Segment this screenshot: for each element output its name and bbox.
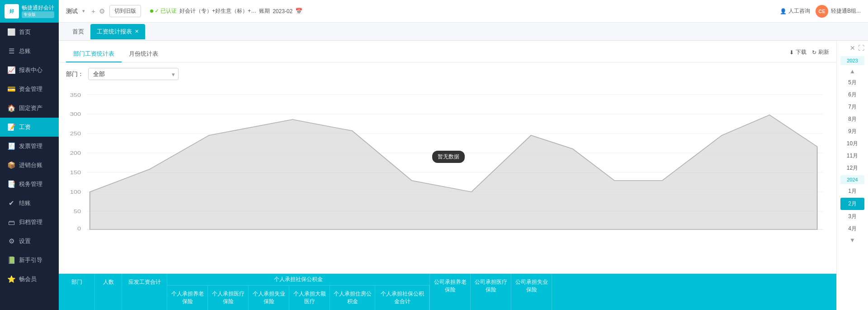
home-icon: ⬜ <box>7 28 15 36</box>
svg-text:300: 300 <box>70 111 81 117</box>
th-count: 人数 <box>95 274 122 310</box>
sidebar-item-label-guide: 新手引导 <box>19 256 42 264</box>
sidebar-item-label-home: 首页 <box>19 28 31 36</box>
month-4[interactable]: 4月 <box>839 223 866 235</box>
content-area: 部门工资统计表 月份统计表 ⬇ 下载 ↻ 刷新 <box>59 41 868 310</box>
table-header: 部门 人数 应发工资合计 个人承担社保公积金 个人承担养老保险 个人承担医疗保险… <box>59 274 836 310</box>
invoice-icon: 🧾 <box>7 142 15 150</box>
period-value: 2023-02 <box>273 8 292 14</box>
month-9[interactable]: 9月 <box>839 125 866 138</box>
sidebar-item-invoice[interactable]: 🧾发票管理 <box>0 137 59 156</box>
dropdown-arrow-icon: ▾ <box>82 8 85 14</box>
settings-icon[interactable]: ⚙ <box>99 7 105 15</box>
sidebar-item-label-settings: 设置 <box>19 237 31 245</box>
subtabs: 部门工资统计表 月份统计表 ⬇ 下载 ↻ 刷新 <box>59 41 836 62</box>
settlement-icon: ✔ <box>7 199 15 207</box>
logo-icon: 好 <box>5 4 19 19</box>
svg-text:50: 50 <box>74 209 81 215</box>
right-panel: ✕ ⛶ 2023 ▲ 5月 6月 7月 8月 9月 10月 11月 12月 20… <box>836 41 868 310</box>
sidebar-item-ledger[interactable]: ☰总账 <box>0 42 59 61</box>
guide-icon: 📗 <box>7 256 15 264</box>
add-icon[interactable]: + <box>91 7 95 15</box>
scroll-down-button[interactable]: ▼ <box>839 235 866 245</box>
sidebar-item-funds[interactable]: 💳资金管理 <box>0 80 59 99</box>
sidebar-item-guide[interactable]: 📗新手引导 <box>0 251 59 270</box>
month-3[interactable]: 3月 <box>839 210 866 223</box>
sidebar-item-label-ledger: 总账 <box>19 47 31 55</box>
month-11[interactable]: 11月 <box>839 150 866 162</box>
sidebar-item-archive[interactable]: 🗃归档管理 <box>0 213 59 232</box>
settings-icon: ⚙ <box>7 237 15 245</box>
product-tags: 好会计（专）+好生意（标）+… <box>179 7 256 15</box>
th-personal-major-medical: 个人承担大额医疗 <box>289 286 330 310</box>
reports-icon: 📈 <box>7 66 15 74</box>
sidebar-item-reports[interactable]: 📈报表中心 <box>0 61 59 80</box>
tax-icon: 📑 <box>7 180 15 188</box>
user-menu[interactable]: CE 轻捷通B组... <box>816 5 861 18</box>
month-6[interactable]: 6月 <box>839 89 866 101</box>
svg-text:0: 0 <box>77 226 81 232</box>
membership-icon: ⭐ <box>7 275 15 283</box>
tab-home[interactable]: 首页 <box>66 24 90 39</box>
calendar-icon[interactable]: 📅 <box>295 8 302 14</box>
certified-dot <box>150 10 153 13</box>
help-button[interactable]: 👤 人工咨询 <box>780 7 810 15</box>
subtab-dept[interactable]: 部门工资统计表 <box>66 46 122 62</box>
month-12[interactable]: 12月 <box>839 162 866 174</box>
year-2024-label: 2024 <box>840 175 864 184</box>
dept-select-wrapper[interactable]: 全部 <box>88 68 179 80</box>
sidebar-item-label-archive: 归档管理 <box>19 218 42 226</box>
main-area: 测试 ▾ + ⚙ 切到旧版 ✓ 已认证 好会计（专）+好生意（标）+… 账期 2… <box>59 0 868 310</box>
dept-select[interactable]: 全部 <box>88 68 179 80</box>
sidebar-item-label-tax: 税务管理 <box>19 180 42 188</box>
refresh-button[interactable]: ↻ 刷新 <box>812 48 829 56</box>
user-avatar: CE <box>816 5 828 18</box>
expand-panel-icon[interactable]: ⛶ <box>858 44 864 52</box>
sidebar-item-label-trade: 进销台账 <box>19 161 42 169</box>
month-5[interactable]: 5月 <box>839 76 866 89</box>
sidebar-item-trade[interactable]: 📦进销台账 <box>0 156 59 175</box>
sidebar-item-label-salary: 工资 <box>19 123 31 131</box>
scroll-up-button[interactable]: ▲ <box>839 66 866 76</box>
th-personal-medical: 个人承担医疗保险 <box>208 286 249 310</box>
chart-container: 350 300 250 200 150 100 50 0 <box>59 86 836 273</box>
assets-icon: 🏠 <box>7 104 15 112</box>
certified-text: ✓ 已认证 <box>155 7 177 15</box>
sidebar-item-membership[interactable]: ⭐畅会员 <box>0 270 59 289</box>
refresh-icon: ↻ <box>812 49 816 56</box>
download-button[interactable]: ⬇ 下载 <box>789 48 807 56</box>
sidebar-item-settings[interactable]: ⚙设置 <box>0 232 59 251</box>
download-label: 下载 <box>796 48 807 56</box>
sidebar-item-salary[interactable]: 📝工资 <box>0 118 59 137</box>
chart-svg-area: 350 300 250 200 150 100 50 0 <box>66 90 829 235</box>
sidebar-item-tax[interactable]: 📑税务管理 <box>0 175 59 194</box>
sidebar-item-settlement[interactable]: ✔结账 <box>0 194 59 213</box>
period-label: 账期 <box>259 7 270 15</box>
month-8[interactable]: 8月 <box>839 113 866 125</box>
sidebar-item-home[interactable]: ⬜首页 <box>0 23 59 42</box>
th-company-pension: 公司承担养老保险 <box>430 274 471 310</box>
help-icon: 👤 <box>780 8 787 14</box>
sidebar-nav: ⬜首页☰总账📈报表中心💳资金管理🏠固定资产📝工资🧾发票管理📦进销台账📑税务管理✔… <box>0 23 59 289</box>
help-label: 人工咨询 <box>788 7 810 15</box>
sidebar-item-assets[interactable]: 🏠固定资产 <box>0 99 59 118</box>
month-7[interactable]: 7月 <box>839 101 866 113</box>
svg-text:200: 200 <box>70 150 81 156</box>
main-content: 部门工资统计表 月份统计表 ⬇ 下载 ↻ 刷新 <box>59 41 836 310</box>
close-panel-icon[interactable]: ✕ <box>850 44 855 52</box>
th-personal-unemployment: 个人承担失业保险 <box>249 286 289 310</box>
certified-tag: ✓ 已认证 <box>150 7 177 15</box>
user-initials: CE <box>818 9 825 14</box>
th-personal-housing: 个人承担住房公积金 <box>330 286 375 310</box>
tab-close-icon[interactable]: ✕ <box>135 29 139 34</box>
month-1[interactable]: 1月 <box>839 185 866 197</box>
sidebar-logo: 好 畅捷通好会计 专业版 <box>0 0 59 23</box>
th-group-personal: 个人承担社保公积金 个人承担养老保险 个人承担医疗保险 个人承担失业保险 个人承… <box>167 274 430 310</box>
switch-old-version-button[interactable]: 切到旧版 <box>109 5 141 17</box>
sidebar-item-label-funds: 资金管理 <box>19 85 42 93</box>
topbar-actions: + ⚙ <box>91 7 105 15</box>
subtab-monthly[interactable]: 月份统计表 <box>122 46 165 62</box>
tab-salary-report[interactable]: 工资统计报表 ✕ <box>90 24 145 39</box>
month-2[interactable]: 2月 <box>840 198 864 210</box>
month-10[interactable]: 10月 <box>839 138 866 150</box>
